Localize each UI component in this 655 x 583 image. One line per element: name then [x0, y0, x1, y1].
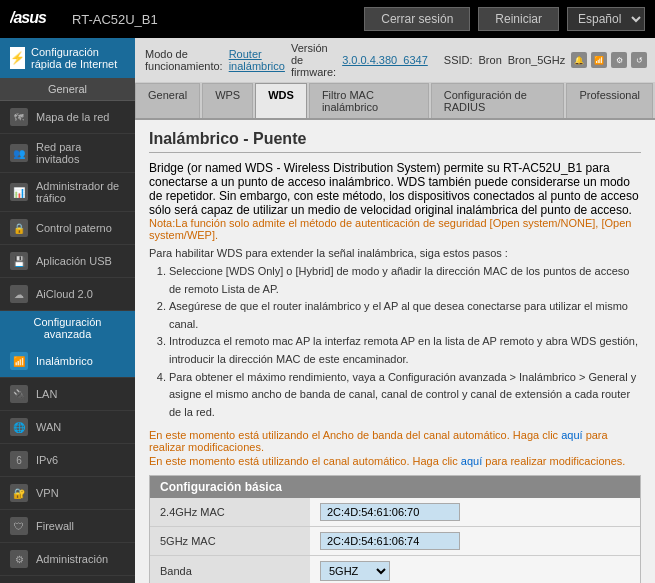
sidebar-item-lan[interactable]: 🔌 LAN: [0, 378, 135, 411]
config-row-banda: Banda 2.4GHz 5GHZ: [150, 556, 640, 583]
inalambrico-label: Inalámbrico: [36, 355, 93, 367]
info-link1[interactable]: aquí: [561, 429, 582, 441]
sidebar: ⚡ Configuración rápida de Internet Gener…: [0, 38, 135, 583]
step-4: Para obtener el máximo rendimiento, vaya…: [169, 369, 641, 422]
vpn-label: VPN: [36, 487, 59, 499]
info-bar: Modo de funcionamiento: Router inalámbri…: [135, 38, 655, 83]
model-text: RT-AC52U_B1: [72, 12, 158, 27]
sidebar-general-section: General: [0, 78, 135, 101]
mac24-value-cell: [310, 498, 640, 527]
sidebar-item-control-paterno[interactable]: 🔒 Control paterno: [0, 212, 135, 245]
sidebar-item-trafico[interactable]: 📊 Administrador de tráfico: [0, 173, 135, 212]
sidebar-item-usb[interactable]: 💾 Aplicación USB: [0, 245, 135, 278]
mode-value[interactable]: Router inalámbrico: [229, 48, 285, 72]
mac5-value-cell: [310, 527, 640, 556]
sidebar-item-vpn[interactable]: 🔐 VPN: [0, 477, 135, 510]
firmware-label: Versión de firmware:: [291, 42, 336, 78]
info-link2[interactable]: aquí: [461, 455, 482, 467]
steps-title: Para habilitar WDS para extender la seña…: [149, 247, 641, 259]
language-select[interactable]: Español: [567, 7, 645, 31]
sidebar-item-administracion[interactable]: ⚙ Administración: [0, 543, 135, 576]
mac24-input[interactable]: [320, 503, 460, 521]
sidebar-item-registro[interactable]: 📋 Registro del sistema: [0, 576, 135, 583]
banda-select[interactable]: 2.4GHz 5GHZ: [320, 561, 390, 581]
tab-professional[interactable]: Professional: [566, 83, 653, 118]
administracion-label: Administración: [36, 553, 108, 565]
lan-label: LAN: [36, 388, 57, 400]
info-line1-text: En este momento está utilizando el Ancho…: [149, 429, 561, 441]
wan-icon: 🌐: [10, 418, 28, 436]
mac5-input[interactable]: [320, 532, 460, 550]
ssid-label: SSID:: [444, 54, 473, 66]
header-icons: 🔔 📶 ⚙ ↺: [571, 52, 647, 68]
tab-wps[interactable]: WPS: [202, 83, 253, 118]
mapa-label: Mapa de la red: [36, 111, 109, 123]
red-invitados-label: Red para invitados: [36, 141, 125, 165]
info-line2b: para realizar modificaciones.: [482, 455, 625, 467]
config-section: Configuración básica 2.4GHz MAC 5GHz MAC…: [149, 475, 641, 583]
sidebar-quick-header[interactable]: ⚡ Configuración rápida de Internet: [0, 38, 135, 78]
sidebar-item-aicloud[interactable]: ☁ AiCloud 2.0: [0, 278, 135, 311]
sidebar-item-firewall[interactable]: 🛡 Firewall: [0, 510, 135, 543]
ssid-2g: Bron: [479, 54, 502, 66]
red-invitados-icon: 👥: [10, 144, 28, 162]
asus-logo-text: /asus: [10, 6, 60, 33]
settings-icon: ⚙: [611, 52, 627, 68]
tabs-bar: General WPS WDS Filtro MAC inalámbrico C…: [135, 83, 655, 120]
firmware-value[interactable]: 3.0.0.4.380_6347: [342, 54, 428, 66]
aicloud-icon: ☁: [10, 285, 28, 303]
svg-text:/asus: /asus: [10, 9, 47, 26]
reiniciar-button[interactable]: Reiniciar: [478, 7, 559, 31]
sidebar-item-ipv6[interactable]: 6 IPv6: [0, 444, 135, 477]
ipv6-label: IPv6: [36, 454, 58, 466]
tab-wds[interactable]: WDS: [255, 83, 307, 118]
aicloud-label: AiCloud 2.0: [36, 288, 93, 300]
signal-icon: 📶: [591, 52, 607, 68]
firewall-label: Firewall: [36, 520, 74, 532]
cerrar-sesion-button[interactable]: Cerrar sesión: [364, 7, 470, 31]
mapa-icon: 🗺: [10, 108, 28, 126]
config-section-title: Configuración básica: [150, 476, 640, 498]
config-table: 2.4GHz MAC 5GHz MAC Banda 2.4GHz: [150, 498, 640, 583]
quick-config-label: Configuración rápida de Internet: [31, 46, 125, 70]
vpn-icon: 🔐: [10, 484, 28, 502]
control-paterno-icon: 🔒: [10, 219, 28, 237]
step-2: Asegúrese de que el router inalámbrico y…: [169, 298, 641, 333]
bell-icon: 🔔: [571, 52, 587, 68]
note-text: Nota:La función solo admite el método de…: [149, 217, 641, 241]
sidebar-advanced-section: Configuración avanzada: [0, 311, 135, 345]
info-line-2: En este momento está utilizando el canal…: [149, 455, 641, 467]
quick-config-icon: ⚡: [10, 47, 25, 69]
tab-general[interactable]: General: [135, 83, 200, 118]
page-title: Inalámbrico - Puente: [149, 130, 641, 153]
logo: /asus RT-AC52U_B1: [10, 6, 158, 33]
sidebar-item-wan[interactable]: 🌐 WAN: [0, 411, 135, 444]
banda-value-cell: 2.4GHz 5GHZ: [310, 556, 640, 583]
tab-radius[interactable]: Configuración de RADIUS: [431, 83, 565, 118]
tab-filtro-mac[interactable]: Filtro MAC inalámbrico: [309, 83, 429, 118]
config-row-mac5: 5GHz MAC: [150, 527, 640, 556]
sidebar-item-inalambrico[interactable]: 📶 Inalámbrico: [0, 345, 135, 378]
sidebar-item-red-invitados[interactable]: 👥 Red para invitados: [0, 134, 135, 173]
trafico-icon: 📊: [10, 183, 28, 201]
refresh-icon: ↺: [631, 52, 647, 68]
wan-label: WAN: [36, 421, 61, 433]
ipv6-icon: 6: [10, 451, 28, 469]
lan-icon: 🔌: [10, 385, 28, 403]
config-row-mac24: 2.4GHz MAC: [150, 498, 640, 527]
usb-label: Aplicación USB: [36, 255, 112, 267]
info-line2-text: En este momento está utilizando el canal…: [149, 455, 461, 467]
step-1: Seleccione [WDS Only] o [Hybrid] de modo…: [169, 263, 641, 298]
ssid-5g: Bron_5GHz: [508, 54, 565, 66]
firewall-icon: 🛡: [10, 517, 28, 535]
mode-label: Modo de funcionamiento:: [145, 48, 223, 72]
mac5-label: 5GHz MAC: [150, 527, 310, 556]
banda-label: Banda: [150, 556, 310, 583]
main-content: Modo de funcionamiento: Router inalámbri…: [135, 38, 655, 583]
content-area: Inalámbrico - Puente Bridge (or named WD…: [135, 120, 655, 583]
usb-icon: 💾: [10, 252, 28, 270]
mac24-label: 2.4GHz MAC: [150, 498, 310, 527]
sidebar-item-mapa[interactable]: 🗺 Mapa de la red: [0, 101, 135, 134]
step-3: Introduzca el remoto mac AP la interfaz …: [169, 333, 641, 368]
header: /asus RT-AC52U_B1 Cerrar sesión Reinicia…: [0, 0, 655, 38]
